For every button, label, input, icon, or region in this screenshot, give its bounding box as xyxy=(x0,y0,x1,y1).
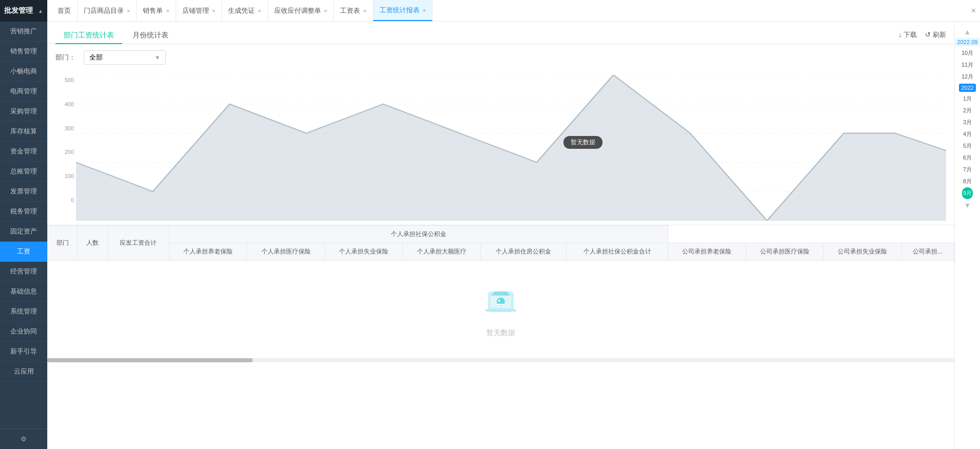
data-table: 部门 人数 应发工资合计 个人承担社保公积金 个人承担养老保险个人承担医疗保险个… xyxy=(47,225,954,358)
th-sub-个人承担医疗保险: 个人承担医疗保险 xyxy=(247,243,325,261)
tab-close-icon[interactable]: × xyxy=(212,8,215,14)
th-dept: 部门 xyxy=(48,226,78,261)
sidebar-item-营销推广[interactable]: 营销推广 xyxy=(0,22,47,42)
sidebar: 批发管理 ▲ 营销推广销售管理小畅电商电商管理采购管理库存核算资金管理总账管理发… xyxy=(0,0,47,449)
download-button[interactable]: ↓ 下载 xyxy=(898,30,917,40)
tab-店铺管理[interactable]: 店铺管理× xyxy=(176,0,222,21)
action-buttons: ↓ 下载 ↺ 刷新 xyxy=(898,30,946,44)
timeline-year-2022[interactable]: 2022 xyxy=(959,84,975,92)
chart-svg xyxy=(76,75,946,221)
empty-row: 暂无数据 xyxy=(48,261,954,359)
sidebar-item-库存核算[interactable]: 库存核算 xyxy=(0,122,47,142)
tab-门店商品目录[interactable]: 门店商品目录× xyxy=(78,0,137,21)
sidebar-item-企业协同[interactable]: 企业协同 xyxy=(0,322,47,342)
refresh-button[interactable]: ↺ 刷新 xyxy=(925,30,946,40)
timeline-panel: ▲ 2022.09 10月11月12月 2022 1月2月3月4月5月6月7月8… xyxy=(954,22,980,449)
th-sub-公司承担失业保险: 公司承担失业保险 xyxy=(824,243,902,261)
sidebar-item-系统管理[interactable]: 系统管理 xyxy=(0,302,47,322)
tab-close-icon[interactable]: × xyxy=(363,8,366,14)
sidebar-item-小畅电商[interactable]: 小畅电商 xyxy=(0,62,47,82)
tab-close-icon[interactable]: × xyxy=(324,8,327,14)
y-label-0: 0 xyxy=(55,197,76,203)
timeline-month-12月[interactable]: 12月 xyxy=(960,71,974,83)
tab-close-icon[interactable]: × xyxy=(127,8,130,14)
sidebar-item-销售管理[interactable]: 销售管理 xyxy=(0,42,47,62)
dept-label: 部门： xyxy=(55,53,76,62)
th-sub-公司承担...: 公司承担... xyxy=(901,243,954,261)
th-sub-个人承担大额医疗: 个人承担大额医疗 xyxy=(403,243,481,261)
timeline-month-1月[interactable]: 1月 xyxy=(962,93,973,105)
dept-value: 全部 xyxy=(89,53,103,62)
sidebar-item-发票管理[interactable]: 发票管理 xyxy=(0,182,47,202)
timeline-down-arrow[interactable]: ▼ xyxy=(962,199,973,211)
tab-工资统计报表[interactable]: 工资统计报表× xyxy=(373,0,432,21)
th-count: 人数 xyxy=(78,226,107,261)
tab-bar-end: × xyxy=(971,6,976,15)
tab-close-icon[interactable]: × xyxy=(423,7,426,13)
sidebar-item-税务管理[interactable]: 税务管理 xyxy=(0,202,47,222)
th-sub-个人承担社保公积金合计: 个人承担社保公积金合计 xyxy=(566,243,668,261)
horizontal-scrollbar[interactable] xyxy=(47,358,954,362)
svg-marker-13 xyxy=(492,291,510,296)
sidebar-item-固定资产[interactable]: 固定资产 xyxy=(0,222,47,242)
sidebar-item-云应用[interactable]: 云应用 xyxy=(0,362,47,382)
sidebar-item-工资[interactable]: 工资 xyxy=(0,242,47,262)
timeline-up-arrow[interactable]: ▲ xyxy=(962,26,973,38)
content-area: 部门工资统计表 月份统计表 ↓ 下载 ↺ 刷新 部门： 全部 ▼ xyxy=(47,22,980,449)
page-content: 部门工资统计表 月份统计表 ↓ 下载 ↺ 刷新 部门： 全部 ▼ xyxy=(47,22,954,449)
timeline-month-3月[interactable]: 3月 xyxy=(962,116,973,128)
timeline-month-10月[interactable]: 10月 xyxy=(960,47,974,59)
dept-select[interactable]: 全部 ▼ xyxy=(84,50,166,65)
tab-销售单[interactable]: 销售单× xyxy=(137,0,176,21)
th-personal-social: 个人承担社保公积金 xyxy=(169,226,668,243)
sidebar-item-基础信息[interactable]: 基础信息 xyxy=(0,282,47,302)
tab-bar: 首页门店商品目录×销售单×店铺管理×生成凭证×应收应付调整单×工资表×工资统计报… xyxy=(47,0,980,22)
tab-生成凭证[interactable]: 生成凭证× xyxy=(222,0,268,21)
gear-icon: ⚙ xyxy=(21,435,27,443)
chart-container: 0 100 200 300 400 500 xyxy=(55,75,946,221)
sidebar-item-电商管理[interactable]: 电商管理 xyxy=(0,82,47,102)
svg-point-10 xyxy=(498,300,500,302)
tab-close-icon[interactable]: × xyxy=(166,8,169,14)
main-area: 首页门店商品目录×销售单×店铺管理×生成凭证×应收应付调整单×工资表×工资统计报… xyxy=(47,0,980,449)
table-area[interactable]: 部门 人数 应发工资合计 个人承担社保公积金 个人承担养老保险个人承担医疗保险个… xyxy=(47,225,954,449)
timeline-month-8月[interactable]: 8月 xyxy=(962,175,973,187)
chart-svg-area: 暂无数据 xyxy=(76,75,946,221)
sidebar-item-总账管理[interactable]: 总账管理 xyxy=(0,162,47,182)
tab-close-icon[interactable]: × xyxy=(258,8,261,14)
sub-tab-dept[interactable]: 部门工资统计表 xyxy=(55,28,122,44)
svg-rect-11 xyxy=(497,304,504,305)
sidebar-item-经营管理[interactable]: 经营管理 xyxy=(0,262,47,282)
toolbar-row: 部门： 全部 ▼ xyxy=(47,44,954,71)
sidebar-header[interactable]: 批发管理 ▲ xyxy=(0,0,47,22)
timeline-month-7月[interactable]: 7月 xyxy=(962,164,973,175)
timeline-month-5月[interactable]: 5月 xyxy=(962,140,973,152)
chevron-down-icon: ▼ xyxy=(155,54,160,61)
svg-marker-6 xyxy=(76,75,946,221)
sidebar-item-新手引导[interactable]: 新手引导 xyxy=(0,342,47,362)
th-sub-个人承担失业保险: 个人承担失业保险 xyxy=(325,243,403,261)
th-total-wage: 应发工资合计 xyxy=(107,226,169,261)
y-label-100: 100 xyxy=(55,173,76,179)
tab-首页[interactable]: 首页 xyxy=(51,0,78,21)
close-all-icon[interactable]: × xyxy=(971,6,976,15)
empty-icon xyxy=(480,281,521,322)
timeline-month-9月[interactable]: 9月 xyxy=(962,187,973,199)
y-label-200: 200 xyxy=(55,149,76,155)
scroll-thumb[interactable] xyxy=(47,358,253,362)
settings-button[interactable]: ⚙ xyxy=(0,428,47,449)
timeline-month-6月[interactable]: 6月 xyxy=(962,152,973,164)
timeline-month-2月[interactable]: 2月 xyxy=(962,105,973,116)
chart-area: 0 100 200 300 400 500 xyxy=(47,71,954,225)
timeline-month-4月[interactable]: 4月 xyxy=(962,128,973,140)
timeline-year-label[interactable]: 2022.09 xyxy=(955,38,980,46)
sub-tab-month[interactable]: 月份统计表 xyxy=(124,28,177,44)
y-label-300: 300 xyxy=(55,125,76,131)
timeline-month-11月[interactable]: 11月 xyxy=(960,59,974,71)
sidebar-item-资金管理[interactable]: 资金管理 xyxy=(0,142,47,162)
tab-工资表[interactable]: 工资表× xyxy=(334,0,373,21)
sidebar-item-采购管理[interactable]: 采购管理 xyxy=(0,102,47,122)
th-sub-公司承担医疗保险: 公司承担医疗保险 xyxy=(746,243,824,261)
tab-应收应付调整单[interactable]: 应收应付调整单× xyxy=(268,0,334,21)
th-sub-个人承担养老保险: 个人承担养老保险 xyxy=(169,243,247,261)
